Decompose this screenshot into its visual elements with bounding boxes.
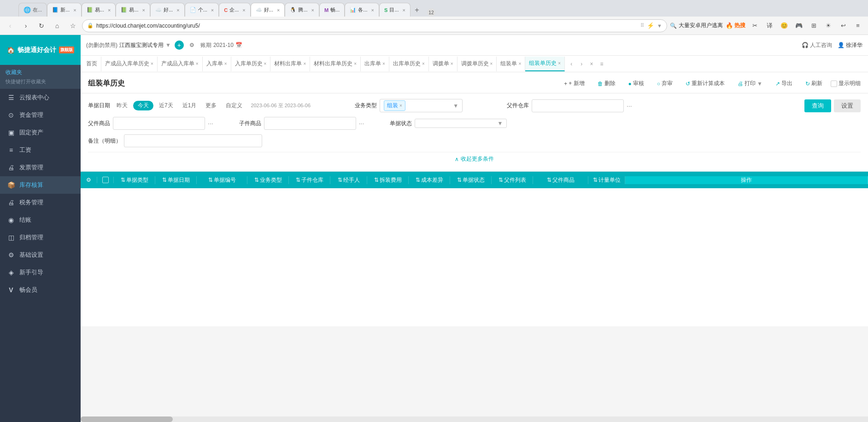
browser-tab-6[interactable]: 📄 个... × bbox=[185, 3, 219, 17]
tab-close-icon[interactable]: × bbox=[311, 7, 314, 13]
back-button[interactable]: ‹ bbox=[4, 19, 17, 32]
header-checkbox[interactable] bbox=[102, 177, 109, 183]
browser-tab-8[interactable]: ☁️ 好... × bbox=[251, 3, 285, 17]
tab-scroll-left[interactable]: ‹ bbox=[567, 59, 576, 69]
notes-input[interactable] bbox=[124, 134, 262, 147]
filter-settings-button[interactable]: 设置 bbox=[834, 99, 861, 112]
date-7days[interactable]: 近7天 bbox=[155, 101, 177, 110]
show-details-toggle[interactable]: 显示明细 bbox=[831, 80, 861, 87]
add-button[interactable]: + + 新增 bbox=[559, 78, 589, 89]
menu-icon[interactable]: ≡ bbox=[851, 19, 864, 32]
forward-button[interactable]: › bbox=[19, 19, 32, 32]
column-cost-diff[interactable]: ⇅ 成本差异 bbox=[409, 176, 450, 184]
dropdown-arrow-icon[interactable]: ▼ bbox=[657, 23, 662, 29]
tab-prod-in[interactable]: 产成品入库单 × bbox=[158, 57, 203, 71]
tab-out-hist[interactable]: 出库单历史 × bbox=[389, 57, 429, 71]
sidebar-item-settings[interactable]: ⚙ 基础设置 bbox=[0, 246, 81, 264]
column-unit[interactable]: ⇅ 计量单位 bbox=[588, 176, 625, 184]
tab-scroll-right[interactable]: › bbox=[577, 59, 586, 69]
tab-close-all[interactable]: × bbox=[587, 59, 596, 69]
tab-in-hist-close[interactable]: × bbox=[264, 61, 267, 66]
browser-tab-2[interactable]: 📘 新... × bbox=[47, 3, 82, 17]
show-details-checkbox[interactable] bbox=[831, 81, 837, 87]
tab-close-icon[interactable]: × bbox=[402, 7, 405, 13]
export-button[interactable]: ↗ 导出 bbox=[771, 78, 797, 89]
tab-adjust-close[interactable]: × bbox=[451, 61, 453, 66]
tab-prod-in-hist[interactable]: 产成品入库单历史 × bbox=[101, 57, 158, 71]
tab-mat-out-hist[interactable]: 材料出库单历史 × bbox=[310, 57, 361, 71]
bottom-scrollbar[interactable] bbox=[81, 416, 868, 422]
tab-prod-in-close[interactable]: × bbox=[196, 61, 199, 66]
column-disassemble-fee[interactable]: ⇅ 拆装费用 bbox=[367, 176, 409, 184]
tab-close-icon[interactable]: × bbox=[277, 7, 280, 13]
tab-assemble-close[interactable]: × bbox=[518, 61, 521, 66]
tab-in-order[interactable]: 入库单 × bbox=[203, 57, 231, 71]
biz-type-select[interactable]: 组装 × ▼ bbox=[380, 99, 463, 112]
order-status-select[interactable]: ▼ bbox=[415, 119, 507, 128]
user-menu-button[interactable]: 👤 徐泽华 bbox=[838, 41, 862, 49]
sidebar-item-guide[interactable]: ◈ 新手引导 bbox=[0, 264, 81, 281]
favorites-shortcut[interactable]: 快捷键打开收藏夹 bbox=[6, 78, 75, 85]
period-selector[interactable]: 账期 2021-10 📅 bbox=[200, 41, 242, 49]
browser-new-tab-button[interactable]: + bbox=[411, 4, 423, 17]
browser-tab-12[interactable]: S 目... × bbox=[379, 3, 411, 17]
company-selector[interactable]: (勿删勿禁用) 江西服宝测试专用 ▼ bbox=[86, 41, 171, 49]
customer-service-button[interactable]: 🎧 人工咨询 bbox=[802, 41, 832, 49]
tab-more[interactable]: ≡ bbox=[597, 59, 606, 69]
scissors-icon[interactable]: ✂ bbox=[748, 19, 761, 32]
translate-icon[interactable]: 译 bbox=[763, 19, 776, 32]
tab-in-order-close[interactable]: × bbox=[224, 61, 227, 66]
column-child-warehouse[interactable]: ⇅ 子件仓库 bbox=[289, 176, 330, 184]
browser-tab-7[interactable]: C 企... × bbox=[219, 3, 251, 17]
delete-button[interactable]: 🗑 删除 bbox=[593, 78, 620, 89]
tab-mat-out-close[interactable]: × bbox=[303, 61, 306, 66]
column-biz-type[interactable]: ⇅ 业务类型 bbox=[247, 176, 289, 184]
browser-tab-3[interactable]: 📗 易... × bbox=[82, 3, 116, 17]
address-bar[interactable]: 🔒 https://cloud.chanjet.com/accounting/u… bbox=[82, 19, 667, 32]
column-doc-type[interactable]: ⇅ 单据类型 bbox=[114, 176, 155, 184]
browser-tab-10[interactable]: M 畅... bbox=[319, 3, 345, 17]
tab-assemble-hist-close[interactable]: × bbox=[558, 61, 561, 66]
sidebar-item-vip[interactable]: V 畅会员 bbox=[0, 281, 81, 299]
emoji-icon[interactable]: 😊 bbox=[778, 19, 791, 32]
tab-prod-in-hist-close[interactable]: × bbox=[151, 61, 153, 66]
grid-icon[interactable]: ⊞ bbox=[807, 19, 820, 32]
tab-close-icon[interactable]: × bbox=[73, 7, 76, 13]
tab-out-hist-close[interactable]: × bbox=[422, 61, 425, 66]
biz-type-tag-close[interactable]: × bbox=[399, 103, 402, 108]
parent-goods-dots[interactable]: ··· bbox=[208, 120, 213, 127]
sidebar-item-assets[interactable]: ▣ 固定资产 bbox=[0, 124, 81, 141]
tab-adjust[interactable]: 调拨单 × bbox=[429, 57, 457, 71]
column-parent-goods[interactable]: ⇅ 父件商品 bbox=[533, 176, 588, 184]
game-icon[interactable]: 🎮 bbox=[792, 19, 805, 32]
sidebar-item-settlement[interactable]: ◉ 结账 bbox=[0, 211, 81, 229]
recalc-button[interactable]: ↺ 重新计算成本 bbox=[681, 78, 729, 89]
star-button[interactable]: ☆ bbox=[66, 19, 79, 32]
sidebar-item-tax[interactable]: 🖨 税务管理 bbox=[0, 194, 81, 211]
date-more[interactable]: 更多 bbox=[202, 101, 220, 110]
abandon-button[interactable]: ○ 弃审 bbox=[652, 78, 677, 89]
tab-close-icon[interactable]: × bbox=[108, 7, 111, 13]
home-button[interactable]: ⌂ bbox=[51, 19, 64, 32]
tab-out-order-close[interactable]: × bbox=[382, 61, 385, 66]
child-goods-dots[interactable]: ··· bbox=[359, 120, 364, 127]
tab-close-icon[interactable]: × bbox=[242, 7, 245, 13]
audit-button[interactable]: ● 审核 bbox=[624, 78, 649, 89]
parent-warehouse-dots[interactable]: ··· bbox=[627, 102, 632, 110]
tab-mat-out-hist-close[interactable]: × bbox=[354, 61, 357, 66]
browser-tab-11[interactable]: 📊 各... × bbox=[345, 3, 379, 17]
date-1month[interactable]: 近1月 bbox=[179, 101, 200, 110]
scrollbar-thumb[interactable] bbox=[81, 416, 173, 422]
sidebar-item-invoice[interactable]: 🖨 发票管理 bbox=[0, 159, 81, 176]
company-setting-button[interactable]: ⚙ bbox=[188, 40, 197, 50]
tab-adjust-hist[interactable]: 调拨单历史 × bbox=[457, 57, 497, 71]
parent-warehouse-input[interactable] bbox=[532, 99, 624, 112]
sidebar-item-funds[interactable]: ⊙ 资金管理 bbox=[0, 106, 81, 124]
column-checkbox[interactable] bbox=[97, 177, 114, 183]
tab-close-icon[interactable]: × bbox=[176, 7, 179, 13]
tab-assemble-hist[interactable]: 组装单历史 × bbox=[525, 57, 565, 71]
tab-close-icon[interactable]: × bbox=[142, 7, 145, 13]
parent-goods-input[interactable] bbox=[113, 117, 205, 130]
date-today[interactable]: 今天 bbox=[133, 101, 153, 110]
sidebar-item-report[interactable]: ☰ 云报表中心 bbox=[0, 89, 81, 106]
